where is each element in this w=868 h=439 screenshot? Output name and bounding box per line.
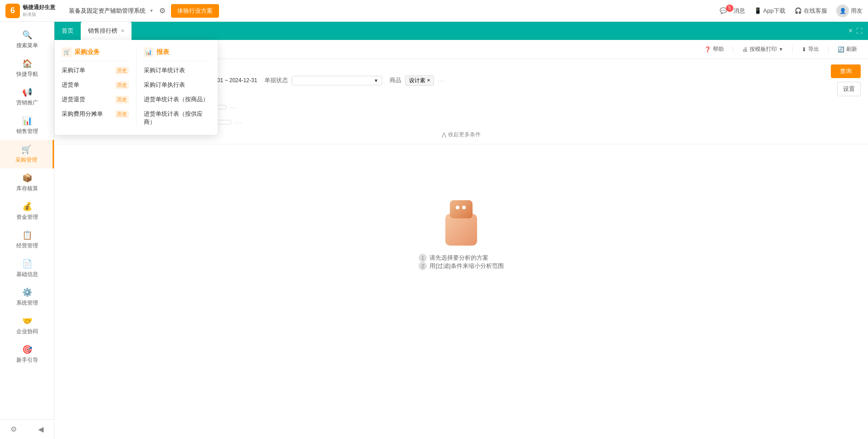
menu-col-reports-title: 报表 [156,48,169,56]
step-num-1: 1 [419,254,427,262]
menu-item-purchase-order[interactable]: 采购订单 历史 [60,63,131,78]
tab-bar-expand-icon[interactable]: ⛶ [856,27,863,35]
sidebar-collapse-icon[interactable]: ◀ [38,425,44,434]
tab-sales-rank[interactable]: 销售排行榜 × [81,22,132,40]
hist-badge: 历史 [115,110,129,118]
print-icon: 🖨 [742,46,748,53]
system-dropdown-arrow[interactable]: ▼ [149,8,154,13]
print-button[interactable]: 🖨 按模板打印 ▼ [739,44,787,55]
menu-item-inbound-stat-supplier[interactable]: 进货单统计表（按供应商） [142,107,213,129]
menu-item-return[interactable]: 进货退货 历史 [60,92,131,107]
step-num-2: 2 [419,262,427,270]
sidebar-item-finance[interactable]: 💰 资金管理 [0,197,54,226]
hist-badge: 历史 [115,67,129,74]
top-header: 6 畅捷通好生意 标准版 装备及固定资产辅助管理系统 ▼ ⚙ 体验行业方案 💬 … [0,0,868,22]
phone-icon: 📱 [754,7,761,14]
sidebar-settings-icon[interactable]: ⚙ [10,425,17,434]
help-button[interactable]: ❓ 帮助 [701,44,727,55]
home-icon: 🏠 [22,59,32,69]
sidebar-item-label: 新手引导 [16,356,38,364]
export-button[interactable]: ⬇ 导出 [798,44,823,55]
empty-steps: 1 请先选择要分析的方案 2 用[过滤]条件来缩小分析范围 [419,254,503,270]
filter-goods-label: 商品 [390,76,401,84]
sidebar-item-inventory[interactable]: 📦 库存核算 [0,168,54,197]
sidebar-item-operations[interactable]: 📋 经营管理 [0,226,54,254]
main-layout: 🔍 搜索菜单 🏠 快捷导航 📢 营销推广 📊 销售管理 🛒 采购管理 📦 库存核… [0,22,868,439]
filter-action-btns: 查询 设置 [831,64,861,96]
goods-tag-value: 设计素 × [409,77,430,84]
menu-item-inbound-stat-goods[interactable]: 进货单统计表（按商品） [142,92,213,107]
online-service-item[interactable]: 🎧 在线客服 [795,7,827,15]
tab-close-icon[interactable]: × [121,28,124,34]
menu-item-inbound[interactable]: 进货单 历史 [60,78,131,92]
logo-text-block: 畅捷通好生意 标准版 [23,4,55,18]
trial-button[interactable]: 体验行业方案 [171,4,219,18]
robot-eye-right [462,206,466,209]
sidebar: 🔍 搜索菜单 🏠 快捷导航 📢 营销推广 📊 销售管理 🛒 采购管理 📦 库存核… [0,22,54,439]
app-download-item[interactable]: 📱 App下载 [754,7,785,15]
reports-menu-icon: 📊 [144,47,154,57]
print-dropdown-arrow[interactable]: ▼ [779,47,783,52]
content-area: 首页 销售排行榜 × 🛒 采购业务 采购订单 [54,22,868,439]
sidebar-item-label: 营销推广 [16,99,38,107]
menu-item-label: 采购订单执行表 [144,81,185,89]
tab-bar: 首页 销售排行榜 × 🛒 采购业务 采购订单 [54,22,868,40]
step-1-text: 请先选择要分析的方案 [429,254,488,262]
menu-col-reports-header: 📊 报表 [142,45,213,61]
query-button[interactable]: 查询 [831,64,861,78]
hist-badge: 历史 [115,96,129,104]
empty-step-1: 1 请先选择要分析的方案 [419,254,503,262]
sidebar-item-label: 经营管理 [16,242,38,250]
basic-icon: 📄 [22,259,32,269]
filter-salesperson-dots[interactable]: ··· [230,104,238,111]
export-label: 导出 [808,45,819,53]
sidebar-item-basic[interactable]: 📄 基础信息 [0,254,54,283]
sidebar-item-label: 库存核算 [16,185,38,192]
filter-customer-dots[interactable]: ··· [235,119,243,126]
empty-illustration [434,200,488,246]
sidebar-item-system[interactable]: ⚙️ 系统管理 [0,283,54,311]
sidebar-item-marketing[interactable]: 📢 营销推广 [0,83,54,111]
robot-body [445,214,477,246]
menu-col-purchase: 🛒 采购业务 采购订单 历史 进货单 历史 进货退货 [54,45,136,129]
notifications-item[interactable]: 💬 5 消息 [720,7,745,15]
menu-col-reports: 📊 报表 采购订单统计表 采购订单执行表 进货单统计表（按商品） [137,45,218,129]
help-label: 帮助 [713,45,724,53]
filter-status-arrow: ▼ [374,78,378,83]
refresh-button[interactable]: 🔄 刷新 [834,44,861,55]
setting-button[interactable]: 设置 [837,82,861,96]
collapse-button[interactable]: ⋀ 收起更多条件 [442,131,481,138]
sidebar-bottom: ⚙ ◀ [0,419,54,439]
sidebar-item-sales[interactable]: 📊 销售管理 [0,111,54,140]
settings-gear-icon[interactable]: ⚙ [159,6,166,15]
sidebar-item-enterprise[interactable]: 🤝 企业协同 [0,311,54,340]
menu-item-purchase-order-exec[interactable]: 采购订单执行表 [142,78,213,92]
filter-status-control[interactable]: ▼ [292,76,382,85]
sidebar-item-search[interactable]: 🔍 搜索菜单 [0,25,54,54]
menu-item-purchase-order-stat[interactable]: 采购订单统计表 [142,63,213,78]
logo-subtitle: 标准版 [23,11,55,18]
menu-item-label: 进货单统计表（按供应商） [144,110,211,126]
sidebar-item-purchase[interactable]: 🛒 采购管理 [0,140,54,168]
robot-eye-left [456,206,459,209]
dropdown-menu-cols: 🛒 采购业务 采购订单 历史 进货单 历史 进货退货 [54,45,218,129]
marketing-icon: 📢 [22,87,32,97]
menu-item-label: 采购订单统计表 [144,66,185,74]
sidebar-item-guide[interactable]: 🎯 新手引导 [0,340,54,369]
menu-item-label: 采购费用分摊单 [62,110,103,118]
tab-bar-close-icon[interactable]: × [848,27,853,35]
filter-status: 单据状态 ▼ [264,76,382,85]
notifications-label: 消息 [733,7,745,15]
headset-icon: 🎧 [795,7,802,14]
sidebar-item-label: 快捷导航 [16,70,38,78]
sidebar-item-quick[interactable]: 🏠 快捷导航 [0,54,54,83]
user-item[interactable]: 👤 用友 [836,5,863,17]
collapse-label: 收起更多条件 [448,131,481,138]
tab-home[interactable]: 首页 [54,22,81,40]
menu-item-expense[interactable]: 采购费用分摊单 历史 [60,107,131,121]
menu-item-label: 进货退货 [62,95,85,104]
filter-goods-dots[interactable]: ··· [438,77,445,84]
export-icon: ⬇ [802,46,806,53]
operations-icon: 📋 [22,230,32,240]
header-right: 💬 5 消息 📱 App下载 🎧 在线客服 👤 用友 [720,5,863,17]
